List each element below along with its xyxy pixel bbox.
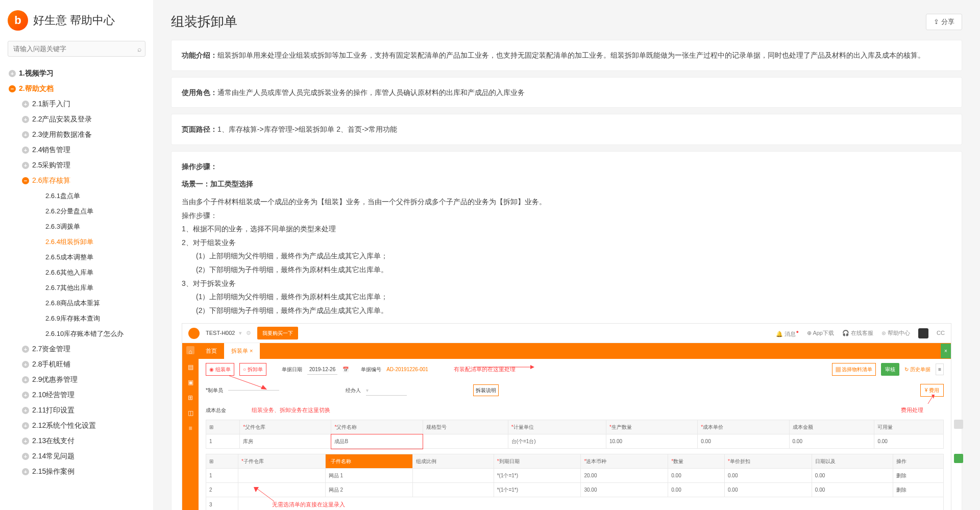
ss-radio-assemble: ◉ 组装单 [206, 363, 234, 376]
ss-leftnav: ⌂ ▤ ▣ ⊞ ◫ ≡ [182, 343, 199, 510]
nav-2-9[interactable]: 2.9优惠券管理 [8, 372, 145, 387]
ss-company: TEST-H002 [206, 328, 235, 338]
ss-more-icon: ≡ [936, 363, 944, 375]
cell-unit: 台(个=1台) [508, 434, 606, 449]
nav-2-6-10[interactable]: 2.6.10库存账本错了怎么办 [8, 326, 145, 342]
ss-nav-icon: ▤ [186, 361, 194, 370]
ss-logo-icon [188, 328, 200, 339]
path-label: 页面路径： [182, 125, 217, 133]
table-row: 1网品 1*(1个=1*)20.000.000.000.00删除 [206, 469, 944, 483]
th-cprice: 单价折扣 [725, 454, 812, 469]
cell-price: 0.00 [698, 434, 789, 449]
nav-2-6-3[interactable]: 2.6.3调拨单 [8, 219, 145, 234]
cell-amt: 0.00 [789, 434, 874, 449]
card-path: 页面路径：1、库存核算->库存管理->组装拆卸单 2、首页->常用功能 [171, 114, 962, 145]
ss-bom-button: ▦ 选择物料清单 [832, 363, 876, 376]
search-input[interactable] [8, 41, 145, 57]
ss-anno-switch: 组装业务、拆卸业务在这里切换 [252, 405, 330, 416]
th-ddate: 到期日期 [494, 454, 581, 469]
nav-2-6[interactable]: 2.6库存核算 [8, 173, 145, 188]
ss-cost-button: ¥ 费用 [920, 384, 944, 397]
brand-title: 好生意 帮助中心 [33, 13, 115, 28]
role-label: 使用角色： [182, 88, 217, 96]
nav-2-15[interactable]: 2.15操作案例 [8, 464, 145, 479]
main-content: 组装拆卸单 ⇪ 分享 功能介绍：组装拆卸单用来处理企业组装或拆卸等加工业务，支持… [153, 0, 980, 510]
step-3: 3、对于拆装业务 [182, 277, 951, 290]
nav-2-6-5[interactable]: 2.6.5成本调整单 [8, 250, 145, 265]
search-icon[interactable]: ⌕ [137, 45, 141, 53]
ss-doc-value: AD-20191226-001 [386, 365, 428, 374]
nav-2-11[interactable]: 2.11打印设置 [8, 403, 145, 418]
ss-side-icons [954, 454, 963, 463]
card-role: 使用角色：通常由生产人员或库管人员完成拆装业务的操作，库管人员确认原材料的出库和… [171, 77, 962, 108]
nav-2-8[interactable]: 2.8手机旺铺 [8, 357, 145, 372]
ss-tab-home: 首页 [199, 343, 224, 359]
svg-marker-3 [261, 385, 267, 390]
nav-tree: 1.视频学习 2.帮助文档 2.1新手入门 2.2产品安装及登录 2.3使用前数… [8, 66, 145, 479]
title-row: 组装拆卸单 ⇪ 分享 [171, 13, 962, 31]
ss-nav-icon: ◫ [186, 407, 194, 416]
th-parent-name: 父件名称 [331, 420, 423, 434]
ss-trial-button: 我要购买一下 [257, 327, 298, 339]
share-button[interactable]: ⇪ 分享 [926, 14, 962, 30]
nav-2-14[interactable]: 2.14常见问题 [8, 449, 145, 464]
ss-content: 首页 拆装单 × × ◉ 组装单 ○ 拆卸单 单据日期 2019-12-26 📅… [199, 343, 951, 510]
table-row: 2网品 2*(1个=1*)30.000.000.000.00删除 [206, 483, 944, 497]
ss-anno-list: 有装配清单的在这里处理 [454, 364, 516, 375]
ss-side-icons [954, 420, 963, 429]
nav-2-12[interactable]: 2.12系统个性化设置 [8, 418, 145, 433]
card-steps: 操作步骤： 场景一：加工类型选择 当由多个子件材料组装成一个成品的业务为【组装】… [171, 151, 962, 510]
step-3a: (1）上部明细为父件明细，最终作为原材料生成其它出库单； [182, 290, 951, 304]
th-parent-wh: 父件仓库 [240, 420, 331, 434]
nav-2-6-8[interactable]: 2.6.8商品成本重算 [8, 296, 145, 311]
th-idx: ⊞ [206, 420, 240, 434]
ss-topbar: TEST-H002 ▾ ⚙ 我要购买一下 🔔 消息● ⊕ App下载 🎧 在线客… [182, 324, 951, 343]
scene1-title: 场景一：加工类型选择 [182, 177, 951, 191]
embedded-screenshot: TEST-H002 ▾ ⚙ 我要购买一下 🔔 消息● ⊕ App下载 🎧 在线客… [182, 323, 951, 510]
share-icon: ⇪ [934, 18, 939, 26]
table-header-row: ⊞ 父件仓库 父件名称 规格型号 计量单位 生产数量 成本单价 成本金额 可用量 [206, 420, 944, 434]
ss-nav-icon: ≡ [186, 423, 194, 431]
step-2b: (2）下部明细为子件明细，最终作为原材料生成其它出库单。 [182, 263, 951, 277]
nav-2-1[interactable]: 2.1新手入门 [8, 96, 145, 112]
ss-maker-input [228, 390, 279, 391]
nav-2-7[interactable]: 2.7资金管理 [8, 342, 145, 357]
nav-2-13[interactable]: 2.13在线支付 [8, 433, 145, 449]
nav-2-6-2[interactable]: 2.6.2分量盘点单 [8, 204, 145, 219]
ss-support-link: 🎧 在线客服 [842, 328, 873, 338]
nav-video[interactable]: 1.视频学习 [8, 66, 145, 81]
nav-2-6-9[interactable]: 2.6.9库存账本查询 [8, 311, 145, 326]
ss-tabs: 首页 拆装单 × × [199, 343, 951, 359]
step-2a: (1）上部明细为父件明细，最终作为产成品生成其它入库单； [182, 249, 951, 263]
nav-docs[interactable]: 2.帮助文档 [8, 81, 145, 96]
nav-2-6-4[interactable]: 2.6.4组装拆卸单 [8, 234, 145, 250]
expand-icon [954, 454, 963, 463]
ss-child-table-wrap: ⊞ 子件仓库 子件名称 组成比例 到期日期 送本币种 数量 单价折扣 日期以及 [199, 454, 951, 510]
path-text: 1、库存核算->库存管理->组装拆卸单 2、首页->常用功能 [217, 125, 397, 133]
ss-body: ⌂ ▤ ▣ ⊞ ◫ ≡ 首页 拆装单 × × [182, 343, 951, 510]
nav-2-6-7[interactable]: 2.6.7其他出库单 [8, 280, 145, 296]
ss-bell-icon: 🔔 消息● [776, 328, 799, 339]
role-text: 通常由生产人员或库管人员完成拆装业务的操作，库管人员确认原材料的出库和产成品的入… [217, 88, 525, 96]
th-amt: 成本金额 [789, 420, 874, 434]
step-1: 1、根据不同的业务，选择不同单据的类型来处理 [182, 222, 951, 236]
nav-2-4[interactable]: 2.4销售管理 [8, 142, 145, 158]
ss-history-link: ↻ 历史单据 [904, 365, 930, 374]
intro-label: 功能介绍： [182, 51, 217, 59]
ss-remark-label: 拆装说明 [473, 384, 499, 396]
ss-date-value: 2019-12-26 [307, 365, 337, 375]
nav-2-10[interactable]: 2.10经营管理 [8, 387, 145, 403]
ss-radio-disassemble: ○ 拆卸单 [239, 363, 266, 376]
nav-2-6-6[interactable]: 2.6.6其他入库单 [8, 265, 145, 280]
nav-2-2[interactable]: 2.2产品安装及登录 [8, 112, 145, 127]
share-label: 分享 [941, 18, 954, 26]
cell-spec [423, 434, 508, 449]
th-child-name: 子件名称 [325, 454, 412, 469]
nav-2-3[interactable]: 2.3使用前数据准备 [8, 127, 145, 142]
ss-nav-icon: ⊞ [186, 392, 194, 400]
ss-row-maker: *制单员 经办人 ▾ 拆装说明 ¥ 费用 [199, 380, 951, 401]
nav-2-6-1[interactable]: 2.6.1盘点单 [8, 188, 145, 204]
nav-2-5[interactable]: 2.5采购管理 [8, 158, 145, 173]
sidebar: b 好生意 帮助中心 ⌕ 1.视频学习 2.帮助文档 2.1新手入门 2.2产品… [0, 0, 153, 510]
ss-top-right: 🔔 消息● ⊕ App下载 🎧 在线客服 ⊙ 帮助中心 CC [776, 328, 945, 339]
